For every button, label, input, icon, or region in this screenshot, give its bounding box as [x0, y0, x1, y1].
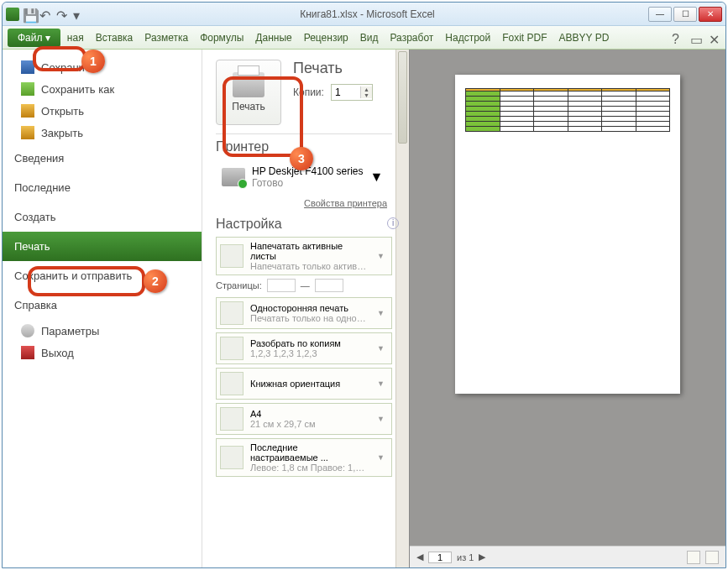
setting-margins-sub: Левое: 1,8 см Правое: 1,8 ...	[250, 463, 367, 473]
dropdown-icon: ▼	[374, 415, 388, 423]
tab-formulas[interactable]: Формулы	[195, 29, 249, 47]
nav-saveas-label: Сохранить как	[41, 83, 114, 96]
nav-send[interactable]: Сохранить и отправить	[3, 261, 202, 290]
close-button[interactable]: ✕	[699, 7, 722, 22]
titlebar: 💾 ↶ ↷ ▾ Книга81.xlsx - Microsoft Excel —…	[3, 3, 725, 26]
tab-abbyy[interactable]: ABBYY PD	[554, 29, 615, 47]
backstage-nav: Сохранить Сохранить как Открыть Закрыть …	[3, 50, 202, 567]
setting-orientation[interactable]: Книжная ориентация ▼	[216, 368, 392, 400]
setting-paper-size[interactable]: A421 см x 29,7 см ▼	[216, 403, 392, 435]
setting-collate-label: Разобрать по копиям	[250, 338, 341, 348]
tab-layout[interactable]: Разметка	[139, 29, 193, 47]
tab-insert[interactable]: Вставка	[91, 29, 139, 47]
ribbon-tabs: Файл ▾ ная Вставка Разметка Формулы Данн…	[3, 26, 725, 50]
tab-review[interactable]: Рецензир	[299, 29, 354, 47]
nav-options[interactable]: Параметры	[3, 320, 202, 342]
maximize-button[interactable]: ☐	[673, 7, 697, 22]
print-button[interactable]: Печать	[216, 60, 281, 125]
tab-view[interactable]: Вид	[355, 29, 384, 47]
dropdown-icon: ▼	[374, 453, 388, 462]
copies-label: Копии:	[293, 86, 324, 98]
show-margins-icon[interactable]	[687, 551, 700, 564]
page-number-input[interactable]	[428, 552, 452, 563]
file-tab[interactable]: Файл ▾	[8, 29, 60, 47]
one-sided-icon	[220, 301, 244, 325]
nav-options-label: Параметры	[41, 325, 99, 337]
nav-open[interactable]: Открыть	[3, 100, 202, 122]
file-tab-label: Файл	[18, 32, 43, 44]
dropdown-icon: ▼	[374, 344, 388, 353]
tab-data[interactable]: Данные	[250, 29, 296, 47]
zoom-page-icon[interactable]	[705, 551, 719, 564]
nav-info[interactable]: Сведения	[3, 144, 202, 173]
setting-sides[interactable]: Односторонняя печатьПечатать только на о…	[216, 297, 392, 329]
qat-redo-icon[interactable]: ↷	[56, 8, 70, 21]
setting-sides-sub: Печатать только на одной с...	[250, 313, 367, 323]
printer-status: Готово	[252, 177, 364, 189]
options-icon	[21, 324, 34, 337]
copies-input[interactable]	[332, 85, 360, 100]
pages-to-input[interactable]	[315, 279, 343, 292]
tab-home[interactable]: ная	[62, 29, 89, 47]
window-title: Книга81.xlsx - Microsoft Excel	[86, 8, 648, 20]
doc-close-icon[interactable]: ✕	[709, 32, 720, 44]
setting-collate[interactable]: Разобрать по копиям1,2,3 1,2,3 1,2,3 ▼	[216, 332, 392, 364]
prev-page-icon[interactable]: ◀	[416, 552, 423, 562]
info-icon[interactable]: i	[387, 217, 399, 229]
backstage-view: Сохранить Сохранить как Открыть Закрыть …	[3, 50, 725, 567]
tab-developer[interactable]: Разработ	[385, 29, 439, 47]
preview-page	[455, 75, 680, 394]
preview-page-nav: ◀ из 1 ▶	[410, 546, 725, 567]
portrait-icon	[220, 372, 244, 395]
next-page-icon[interactable]: ▶	[479, 552, 485, 562]
settings-section-header: Настройка	[216, 217, 392, 232]
print-preview-pane: ◀ из 1 ▶	[409, 50, 725, 567]
tab-foxit[interactable]: Foxit PDF	[497, 29, 552, 47]
minimize-button[interactable]: —	[648, 7, 672, 22]
pages-label: Страницы:	[216, 280, 262, 290]
pages-range-row: Страницы: —	[216, 279, 392, 292]
nav-print[interactable]: Печать	[3, 232, 202, 261]
setting-paper-label: A4	[250, 409, 316, 419]
nav-recent[interactable]: Последние	[3, 173, 202, 202]
setting-orientation-label: Книжная ориентация	[250, 379, 340, 389]
setting-margins[interactable]: Последние настраиваемые ...Левое: 1,8 см…	[216, 438, 392, 477]
nav-saveas[interactable]: Сохранить как	[3, 78, 202, 100]
help-icon[interactable]: ?	[672, 32, 683, 44]
setting-print-what-label: Напечатать активные листы	[250, 241, 367, 261]
qat-undo-icon[interactable]: ↶	[39, 8, 53, 21]
scrollbar-thumb[interactable]	[398, 51, 407, 144]
printer-icon	[233, 72, 264, 97]
save-icon	[21, 60, 34, 74]
saveas-icon	[21, 82, 34, 96]
pages-from-input[interactable]	[267, 279, 296, 292]
setting-print-what[interactable]: Напечатать активные листыНапечатать толь…	[216, 237, 392, 275]
tab-addins[interactable]: Надстрой	[440, 29, 495, 47]
setting-margins-label: Последние настраиваемые ...	[250, 442, 367, 463]
ribbon-min-icon[interactable]: ▭	[690, 32, 702, 44]
qat-save-icon[interactable]: 💾	[23, 8, 36, 21]
setting-collate-sub: 1,2,3 1,2,3 1,2,3	[250, 348, 341, 358]
settings-scrollbar[interactable]	[395, 50, 409, 567]
quick-access-toolbar: 💾 ↶ ↷ ▾	[23, 8, 86, 21]
nav-exit[interactable]: Выход	[3, 342, 202, 363]
print-button-label: Печать	[232, 101, 264, 112]
copies-up[interactable]: ▲	[360, 86, 372, 92]
dropdown-icon: ▼	[374, 379, 388, 388]
nav-close[interactable]: Закрыть	[3, 122, 202, 144]
copies-down[interactable]: ▼	[360, 92, 372, 98]
nav-new[interactable]: Создать	[3, 202, 202, 232]
nav-close-label: Закрыть	[41, 127, 83, 139]
nav-help[interactable]: Справка	[3, 290, 202, 320]
preview-area	[410, 50, 725, 546]
sheets-icon	[220, 244, 244, 268]
qat-more-icon[interactable]: ▾	[73, 8, 86, 21]
setting-paper-sub: 21 см x 29,7 см	[250, 419, 316, 429]
dropdown-icon: ▼	[374, 309, 388, 317]
printer-properties-link[interactable]: Свойства принтера	[216, 195, 392, 212]
collate-icon	[220, 337, 244, 360]
exit-icon	[21, 346, 34, 359]
copies-spinner[interactable]: ▲▼	[331, 84, 373, 101]
printer-dropdown-icon: ▼	[370, 170, 384, 185]
app-window: 💾 ↶ ↷ ▾ Книга81.xlsx - Microsoft Excel —…	[2, 2, 726, 568]
